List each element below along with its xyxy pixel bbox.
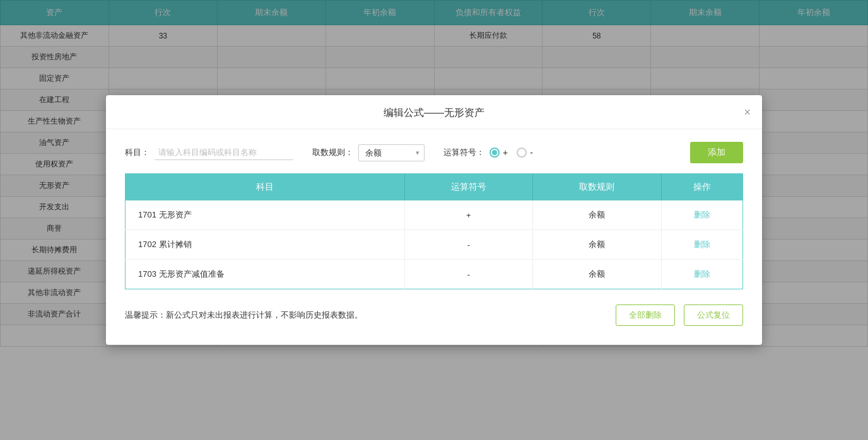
operator-plus-radio[interactable] <box>490 148 500 158</box>
th-rule: 取数规则 <box>533 174 661 201</box>
formula-table-wrap: 科目 运算符号 取数规则 操作 1701 无形资产+余额删除1702 累计摊销-… <box>125 173 743 289</box>
formula-cell-subject: 1703 无形资产减值准备 <box>126 260 405 289</box>
subject-label: 科目： <box>125 147 150 158</box>
formula-row: 1703 无形资产减值准备-余额删除 <box>126 260 743 289</box>
footer-hint: 温馨提示：新公式只对未出报表进行计算，不影响历史报表数据。 <box>125 310 363 321</box>
formula-cell-operator: - <box>404 260 532 289</box>
operator-minus-radio[interactable] <box>517 148 527 158</box>
operator-radio-group: + - <box>490 148 533 158</box>
delete-row-button[interactable]: 删除 <box>694 269 710 279</box>
reset-formula-button[interactable]: 公式复位 <box>684 304 743 326</box>
modal-footer: 温馨提示：新公式只对未出报表进行计算，不影响历史报表数据。 全部删除 公式复位 <box>106 289 762 326</box>
operator-plus-item[interactable]: + <box>490 148 508 158</box>
formula-cell-rule: 余额 <box>533 260 661 289</box>
th-action: 操作 <box>661 174 743 201</box>
operator-minus-item[interactable]: - <box>517 148 533 158</box>
formula-table: 科目 运算符号 取数规则 操作 1701 无形资产+余额删除1702 累计摊销-… <box>125 173 743 289</box>
edit-formula-modal: 编辑公式——无形资产 × 科目： 取数规则： 余额 借方发生额 贷方发生额 运算… <box>106 95 762 345</box>
operator-label: 运算符号： <box>443 147 484 158</box>
formula-cell-subject: 1702 累计摊销 <box>126 230 405 260</box>
subject-input[interactable] <box>155 145 293 160</box>
modal-header: 编辑公式——无形资产 × <box>106 95 762 129</box>
rule-label: 取数规则： <box>312 147 353 158</box>
formula-cell-rule: 余额 <box>533 230 661 260</box>
th-subject: 科目 <box>126 174 405 201</box>
formula-cell-action: 删除 <box>661 200 743 230</box>
modal-close-button[interactable]: × <box>744 107 751 118</box>
formula-cell-action: 删除 <box>661 230 743 260</box>
operator-plus-label: + <box>503 148 508 158</box>
formula-cell-subject: 1701 无形资产 <box>126 200 405 230</box>
formula-cell-action: 删除 <box>661 260 743 289</box>
formula-row: 1701 无形资产+余额删除 <box>126 200 743 230</box>
delete-row-button[interactable]: 删除 <box>694 210 710 219</box>
delete-all-button[interactable]: 全部删除 <box>616 304 675 326</box>
rule-group: 取数规则： 余额 借方发生额 贷方发生额 <box>312 144 425 161</box>
operator-group: 运算符号： + - <box>443 147 533 158</box>
footer-actions: 全部删除 公式复位 <box>616 304 743 326</box>
add-button[interactable]: 添加 <box>690 142 743 163</box>
rule-select-wrap[interactable]: 余额 借方发生额 贷方发生额 <box>358 144 425 161</box>
modal-form-row: 科目： 取数规则： 余额 借方发生额 贷方发生额 运算符号： + <box>106 129 762 173</box>
delete-row-button[interactable]: 删除 <box>694 240 710 249</box>
th-operator: 运算符号 <box>404 174 532 201</box>
rule-select[interactable]: 余额 借方发生额 贷方发生额 <box>358 144 425 161</box>
formula-cell-operator: - <box>404 230 532 260</box>
formula-cell-operator: + <box>404 200 532 230</box>
operator-minus-label: - <box>530 148 533 158</box>
subject-group: 科目： <box>125 145 293 160</box>
modal-title: 编辑公式——无形资产 <box>384 107 484 120</box>
formula-cell-rule: 余额 <box>533 200 661 230</box>
formula-row: 1702 累计摊销-余额删除 <box>126 230 743 260</box>
